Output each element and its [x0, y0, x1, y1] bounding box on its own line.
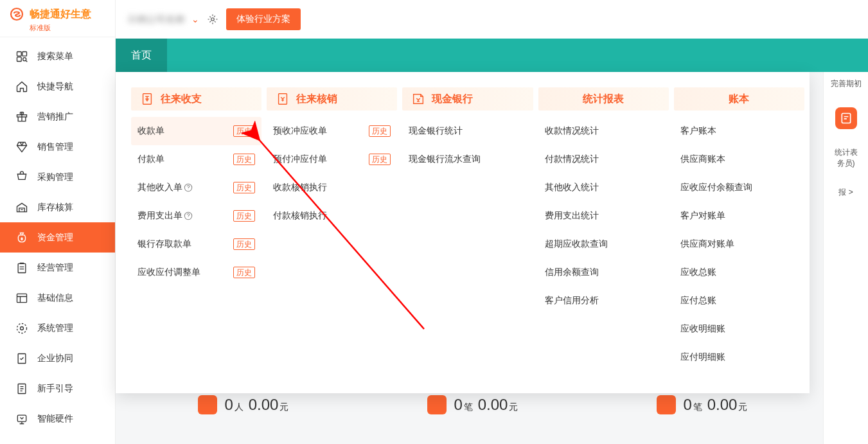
sidebar-item-label: 搜索菜单: [37, 51, 73, 62]
menu-item-recv-stats[interactable]: 收款情况统计: [538, 117, 669, 145]
sidebar-item-inventory[interactable]: 库存核算: [0, 192, 115, 222]
sidebar-item-sales[interactable]: 销售管理: [0, 132, 115, 162]
sidebar-item-collab[interactable]: 企业协同: [0, 343, 115, 373]
menu-item-label: 现金银行流水查询: [409, 154, 481, 165]
menu-item-pay-stats[interactable]: 付款情况统计: [538, 145, 669, 173]
history-pill[interactable]: 历史: [233, 210, 255, 222]
menu-item-label: 费用支出单: [137, 210, 182, 222]
mega-col-cash-bank: 现金银行 现金银行统计 现金银行流水查询: [402, 87, 533, 378]
gutter-text-c[interactable]: 报 >: [836, 187, 855, 198]
menu-item-label: 付款情况统计: [545, 154, 599, 165]
menu-item-label: 收款单: [137, 125, 164, 137]
sidebar-item-hardware[interactable]: 智能硬件: [0, 404, 115, 434]
menu-item-customer-credit-analysis[interactable]: 客户信用分析: [538, 287, 669, 315]
sidebar-item-label: 营销推广: [37, 111, 73, 123]
stat-count: 0: [225, 396, 233, 413]
menu-item-recv-writeoff-exec[interactable]: 收款核销执行: [267, 173, 397, 202]
report-icon[interactable]: [835, 107, 857, 129]
menu-item-overdue-ar-query[interactable]: 超期应收款查询: [538, 230, 669, 258]
menu-item-label: 银行存取款单: [137, 238, 191, 250]
menu-item-ap-detail-ledger[interactable]: 应付明细账: [674, 343, 804, 371]
menu-item-cash-bank-flow[interactable]: 现金银行流水查询: [402, 145, 533, 173]
gutter-text-a[interactable]: 完善期初: [828, 78, 864, 89]
receipt-icon: [140, 92, 154, 106]
menu-item-ar-ap-adjust[interactable]: 应收应付调整单 历史: [131, 258, 261, 287]
sidebar-item-label: 经营管理: [37, 262, 73, 274]
menu-item-prerecv-offset[interactable]: 预收冲应收单 历史: [267, 117, 397, 145]
sidebar-item-basic-info[interactable]: 基础信息: [0, 283, 115, 313]
tab-home[interactable]: 首页: [116, 39, 167, 72]
menu-item-cash-bank-stats[interactable]: 现金银行统计: [402, 117, 533, 145]
history-pill[interactable]: 历史: [233, 154, 255, 165]
sidebar-item-purchase[interactable]: 采购管理: [0, 162, 115, 192]
menu-item-ap-general-ledger[interactable]: 应付总账: [674, 287, 804, 315]
doc-check-icon: [15, 352, 28, 365]
sidebar-item-label: 库存核算: [37, 202, 73, 213]
sidebar-item-label: 销售管理: [37, 141, 73, 153]
sidebar-item-guide[interactable]: 新手引导: [0, 373, 115, 404]
history-pill[interactable]: 历史: [233, 267, 255, 278]
cta-button[interactable]: 体验行业方案: [226, 8, 301, 30]
mega-menu: 往来收支 收款单 历史 付款单 历史 其他收入单 历史 费用支出单 历史 银行存…: [116, 72, 810, 393]
menu-item-customer-ledger[interactable]: 客户账本: [674, 117, 804, 145]
menu-item-ar-detail-ledger[interactable]: 应收明细账: [674, 315, 804, 343]
svg-rect-6: [18, 263, 26, 272]
menu-item-other-income-stats[interactable]: 其他收入统计: [538, 173, 669, 202]
menu-item-payment[interactable]: 付款单 历史: [131, 145, 261, 173]
stat-block-txn1: 0笔 0.00元: [427, 395, 518, 414]
stat-count: 0: [454, 396, 463, 413]
brand-edition: 标准版: [30, 23, 106, 33]
diamond-icon: [15, 141, 28, 154]
cart-icon: [15, 171, 28, 184]
help-icon[interactable]: [184, 183, 193, 192]
menu-item-expense-stats[interactable]: 费用支出统计: [538, 202, 669, 230]
menu-item-label: 收款情况统计: [545, 125, 599, 137]
mega-col-write-off: 往来核销 预收冲应收单 历史 预付冲应付单 历史 收款核销执行 付款核销执行: [267, 87, 397, 378]
history-pill[interactable]: 历史: [233, 238, 255, 250]
sidebar-item-system[interactable]: 系统管理: [0, 313, 115, 343]
menu-item-label: 超期应收款查询: [545, 238, 608, 250]
gift-icon: [15, 111, 28, 123]
menu-item-prepay-offset[interactable]: 预付冲应付单 历史: [267, 145, 397, 173]
mega-col-title: 往来核销: [296, 93, 337, 106]
mega-col-header: 现金银行: [402, 87, 533, 111]
sidebar-item-quick-nav[interactable]: 快捷导航: [0, 71, 115, 102]
sidebar-item-label: 资金管理: [37, 232, 73, 244]
menu-item-receipt[interactable]: 收款单 历史: [131, 117, 261, 145]
menu-item-pay-writeoff-exec[interactable]: 付款核销执行: [267, 202, 397, 230]
sidebar-item-marketing[interactable]: 营销推广: [0, 102, 115, 132]
stat-icon: [198, 395, 217, 414]
gear-icon[interactable]: [207, 13, 218, 25]
menu-item-label: 客户对账单: [680, 210, 725, 222]
menu-item-label: 收款核销执行: [273, 182, 327, 193]
menu-item-other-income[interactable]: 其他收入单 历史: [131, 173, 261, 202]
mega-col-title: 统计报表: [583, 93, 624, 106]
gutter-text-b[interactable]: 统计表务员): [832, 147, 860, 169]
history-pill[interactable]: 历史: [233, 182, 255, 193]
sidebar-item-label: 智能硬件: [37, 413, 73, 425]
company-selector[interactable]: 示例公司名称 ⌄: [127, 13, 199, 26]
sidebar-item-label: 新手引导: [37, 383, 73, 395]
stat-amount: 0.00: [478, 396, 508, 413]
sidebar-item-funds[interactable]: 资金管理: [0, 222, 115, 253]
menu-item-supplier-ledger[interactable]: 供应商账本: [674, 145, 804, 173]
sidebar-item-search-menu[interactable]: 搜索菜单: [0, 41, 115, 71]
sidebar-item-operations[interactable]: 经营管理: [0, 253, 115, 283]
menu-item-ar-ap-balance-query[interactable]: 应收应付余额查询: [674, 173, 804, 202]
sidebar-item-label: 系统管理: [37, 323, 73, 334]
history-pill[interactable]: 历史: [233, 125, 255, 137]
stat-amount-unit: 元: [279, 402, 288, 412]
menu-item-customer-statement[interactable]: 客户对账单: [674, 202, 804, 230]
svg-point-4: [23, 57, 26, 60]
menu-item-ar-general-ledger[interactable]: 应收总账: [674, 258, 804, 287]
menu-item-credit-balance-query[interactable]: 信用余额查询: [538, 258, 669, 287]
sidebar-item-label: 基础信息: [37, 292, 73, 304]
menu-item-bank-transfer[interactable]: 银行存取款单 历史: [131, 230, 261, 258]
mega-col-header: 往来收支: [131, 87, 261, 111]
menu-item-expense[interactable]: 费用支出单 历史: [131, 202, 261, 230]
help-icon[interactable]: [184, 211, 193, 220]
history-pill[interactable]: 历史: [369, 154, 391, 165]
stat-count-unit: 笔: [464, 402, 473, 412]
menu-item-supplier-statement[interactable]: 供应商对账单: [674, 230, 804, 258]
history-pill[interactable]: 历史: [369, 125, 391, 137]
